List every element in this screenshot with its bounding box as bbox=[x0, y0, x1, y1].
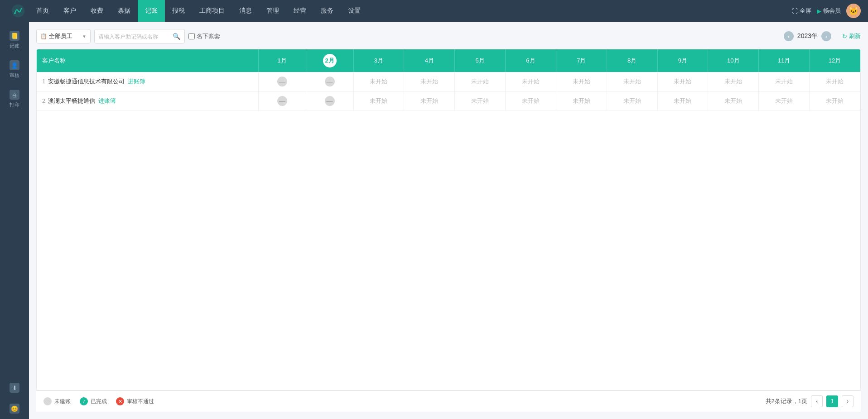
legend-completed: ✓ 已完成 bbox=[80, 397, 107, 405]
employee-filter[interactable]: 📋 全部员工 ▼ bbox=[36, 29, 91, 43]
nav-item-settings[interactable]: 设置 bbox=[341, 0, 368, 22]
top-navigation: 首页客户收费票据记账报税工商项目消息管理经营服务设置 ⛶ 全屏 ▶ 畅会员 🐱 bbox=[0, 0, 868, 22]
status-dash-icon: — bbox=[277, 96, 287, 106]
my-accounts-checkbox[interactable] bbox=[188, 33, 195, 39]
row-2-month-1: — bbox=[258, 92, 306, 111]
col-month-9: 9月 bbox=[657, 49, 708, 72]
year-next-button[interactable]: › bbox=[821, 31, 831, 41]
sidebar-audit-label: 审核 bbox=[10, 72, 19, 79]
rejected-dot: ✕ bbox=[116, 397, 124, 405]
status-not-started: 未开始 bbox=[724, 97, 742, 104]
status-not-started: 未开始 bbox=[420, 97, 438, 104]
status-not-started: 未开始 bbox=[826, 97, 844, 104]
content-area: 📋 全部员工 ▼ 🔍 名下账套 ‹ 2023年 › ↻ 刷新 bbox=[29, 22, 868, 419]
nav-item-operation[interactable]: 经营 bbox=[286, 0, 313, 22]
row-2-month-4: 未开始 bbox=[404, 92, 455, 111]
row-2-month-3: 未开始 bbox=[353, 92, 404, 111]
nav-item-tax[interactable]: 报税 bbox=[165, 0, 192, 22]
status-not-started: 未开始 bbox=[573, 78, 590, 85]
sidebar-item-download[interactable]: ⬇ bbox=[2, 378, 27, 397]
refresh-icon: ↻ bbox=[842, 33, 847, 40]
print-icon: 🖨 bbox=[10, 90, 19, 100]
nav-item-bookkeeping[interactable]: 记账 bbox=[138, 0, 165, 22]
nav-item-business[interactable]: 工商项目 bbox=[192, 0, 232, 22]
enter-ledger-link[interactable]: 进账簿 bbox=[98, 97, 116, 104]
my-accounts-checkbox-wrap[interactable]: 名下账套 bbox=[188, 32, 220, 40]
row-1-month-6: 未开始 bbox=[506, 72, 556, 92]
status-not-started: 未开始 bbox=[724, 78, 742, 85]
refresh-button[interactable]: ↻ 刷新 bbox=[842, 32, 861, 40]
fullscreen-button[interactable]: ⛶ 全屏 bbox=[792, 7, 811, 15]
year-display: 2023年 bbox=[797, 32, 818, 40]
svg-point-1 bbox=[14, 13, 16, 14]
sidebar-item-support[interactable]: 😊 bbox=[2, 399, 27, 418]
row-1-month-11: 未开始 bbox=[759, 72, 810, 92]
completed-dot: ✓ bbox=[80, 397, 88, 405]
col-month-7: 7月 bbox=[556, 49, 607, 72]
status-not-started: 未开始 bbox=[420, 78, 438, 85]
filter-bar: 📋 全部员工 ▼ 🔍 名下账套 ‹ 2023年 › ↻ 刷新 bbox=[36, 29, 861, 43]
search-wrapper: 🔍 bbox=[94, 29, 185, 43]
data-table: 客户名称1月2月3月4月5月6月7月8月9月10月11月12月 1安徽畅捷通信息… bbox=[36, 49, 861, 390]
search-input[interactable] bbox=[98, 33, 171, 40]
row-1-month-10: 未开始 bbox=[708, 72, 759, 92]
row-1-month-2: — bbox=[306, 72, 353, 92]
sidebar-item-print[interactable]: 🖨 打印 bbox=[2, 85, 27, 113]
row-2-month-5: 未开始 bbox=[455, 92, 506, 111]
page-1-button[interactable]: 1 bbox=[826, 395, 838, 407]
nav-item-invoice[interactable]: 票据 bbox=[111, 0, 138, 22]
enter-ledger-link[interactable]: 进账簿 bbox=[128, 78, 145, 85]
customer-name: 安徽畅捷通信息技术有限公司 bbox=[48, 78, 125, 85]
row-1-month-1: — bbox=[258, 72, 306, 92]
app-logo[interactable] bbox=[7, 0, 29, 22]
user-avatar[interactable]: 🐱 bbox=[846, 4, 861, 18]
row-2-month-10: 未开始 bbox=[708, 92, 759, 111]
row-1-month-9: 未开始 bbox=[657, 72, 708, 92]
row-2-month-8: 未开始 bbox=[607, 92, 657, 111]
employee-filter-arrow: ▼ bbox=[82, 34, 87, 39]
left-sidebar: 📒 记账 👤 审核 🖨 打印 ⬇ 😊 bbox=[0, 22, 29, 419]
row-num: 1 bbox=[42, 78, 45, 85]
year-prev-button[interactable]: ‹ bbox=[784, 31, 794, 41]
nav-item-home[interactable]: 首页 bbox=[29, 0, 56, 22]
status-not-started: 未开始 bbox=[775, 78, 793, 85]
sidebar-item-audit[interactable]: 👤 审核 bbox=[2, 56, 27, 83]
col-month-2: 2月 bbox=[306, 49, 353, 72]
nav-item-message[interactable]: 消息 bbox=[232, 0, 259, 22]
nav-item-manage[interactable]: 管理 bbox=[259, 0, 286, 22]
row-1-month-12: 未开始 bbox=[810, 72, 860, 92]
row-1-month-3: 未开始 bbox=[353, 72, 404, 92]
col-month-12: 12月 bbox=[810, 49, 860, 72]
active-month-badge: 2月 bbox=[323, 54, 337, 67]
vip-label: 畅会员 bbox=[823, 7, 841, 15]
page-prev-button[interactable]: ‹ bbox=[811, 395, 823, 407]
completed-label: 已完成 bbox=[91, 398, 107, 405]
row-1-month-7: 未开始 bbox=[556, 72, 607, 92]
page-next-button[interactable]: › bbox=[842, 395, 854, 407]
status-not-started: 未开始 bbox=[573, 97, 590, 104]
status-not-started: 未开始 bbox=[623, 97, 641, 104]
row-2-month-11: 未开始 bbox=[759, 92, 810, 111]
search-button[interactable]: 🔍 bbox=[173, 33, 180, 40]
row-2-customer: 2澳澜太平畅捷通信 进账簿 bbox=[37, 92, 258, 111]
my-accounts-label: 名下账套 bbox=[197, 32, 220, 40]
table-row: 2澳澜太平畅捷通信 进账簿——未开始未开始未开始未开始未开始未开始未开始未开始未… bbox=[37, 92, 860, 111]
status-not-started: 未开始 bbox=[674, 78, 691, 85]
status-not-started: 未开始 bbox=[775, 97, 793, 104]
col-month-11: 11月 bbox=[759, 49, 810, 72]
total-records: 共2条记录，1页 bbox=[766, 397, 807, 405]
nav-item-billing[interactable]: 收费 bbox=[83, 0, 111, 22]
nav-item-service[interactable]: 服务 bbox=[313, 0, 341, 22]
col-month-6: 6月 bbox=[506, 49, 556, 72]
col-month-8: 8月 bbox=[607, 49, 657, 72]
col-month-10: 10月 bbox=[708, 49, 759, 72]
row-2-month-2: — bbox=[306, 92, 353, 111]
vip-icon: ▶ bbox=[817, 8, 821, 14]
row-num: 2 bbox=[42, 97, 45, 104]
sidebar-item-bookkeeping[interactable]: 📒 记账 bbox=[2, 26, 27, 54]
vip-button[interactable]: ▶ 畅会员 bbox=[817, 7, 841, 15]
row-2-month-12: 未开始 bbox=[810, 92, 860, 111]
audit-icon: 👤 bbox=[10, 60, 19, 70]
rejected-label: 审核不通过 bbox=[127, 398, 154, 405]
nav-item-customer[interactable]: 客户 bbox=[56, 0, 83, 22]
